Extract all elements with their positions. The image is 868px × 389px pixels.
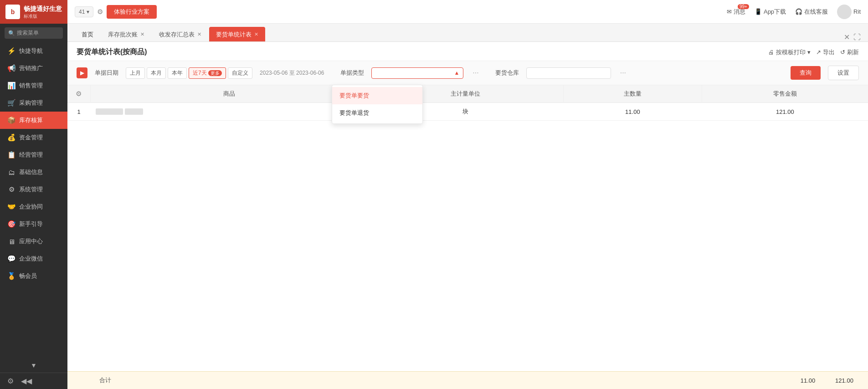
- sidebar-item-marketing[interactable]: 📢 营销推广: [0, 60, 67, 77]
- refresh-icon: ↺: [840, 49, 845, 56]
- page-actions: 🖨 按模板打印 ▾ ↗ 导出 ↺ 刷新: [768, 48, 859, 56]
- sidebar-item-system[interactable]: ⚙ 系统管理: [0, 181, 67, 198]
- product-placeholder-2: [125, 108, 143, 115]
- tab-inventory-batch[interactable]: 库存批次账 ✕: [101, 27, 151, 41]
- sidebar-scroll-down-btn[interactable]: ▼: [0, 358, 67, 373]
- online-service-btn[interactable]: 🎧 在线客服: [795, 8, 828, 16]
- td-index: 1: [67, 103, 90, 121]
- logo-icon: b: [5, 5, 20, 19]
- sidebar-item-purchase[interactable]: 🛒 采购管理: [0, 94, 67, 112]
- tab-home[interactable]: 首页: [75, 27, 100, 41]
- export-icon: ↗: [816, 49, 821, 56]
- collapse-icon[interactable]: ◀◀: [21, 377, 32, 385]
- sidebar-item-member[interactable]: 🏅 畅会员: [0, 267, 67, 285]
- tab-close-icon[interactable]: ✕: [197, 31, 201, 37]
- settings-icon[interactable]: ⚙: [7, 377, 14, 385]
- query-btn[interactable]: 查询: [791, 66, 821, 80]
- footer-quantity: 11.00: [790, 377, 826, 384]
- tab-close-all-icon[interactable]: ✕: [844, 33, 850, 41]
- member-icon: 🏅: [7, 272, 15, 280]
- sidebar-item-wechat[interactable]: 💬 企业微信: [0, 250, 67, 267]
- dropdown-item-return[interactable]: 要货单退货: [332, 104, 422, 122]
- tab-order-stats[interactable]: 要货单统计表 ✕: [209, 27, 265, 41]
- sidebar-bottom: ⚙ ◀◀: [0, 373, 67, 389]
- sidebar-item-inventory[interactable]: 📦 库存核算: [0, 112, 67, 129]
- date-btn-7days[interactable]: 近7天 更多: [189, 67, 226, 79]
- type-select-arrow-icon[interactable]: ▲: [454, 70, 459, 76]
- more-badge: 更多: [208, 70, 222, 76]
- guide-icon: 🎯: [7, 220, 15, 228]
- finance-icon: 💰: [7, 133, 15, 142]
- phone-icon: 📱: [755, 8, 762, 15]
- warehouse-input[interactable]: [526, 67, 611, 79]
- sidebar-search[interactable]: 🔍 搜索菜单: [5, 27, 63, 39]
- td-amount: 121.00: [702, 103, 868, 121]
- sidebar-item-enterprise[interactable]: 🤝 企业协同: [0, 198, 67, 215]
- wechat-icon: 💬: [7, 255, 15, 263]
- page-title: 要货单统计表(按商品): [77, 47, 147, 57]
- table-row: 1 块 11.00 121.00: [67, 103, 868, 121]
- date-btn-custom[interactable]: 自定义: [228, 67, 252, 79]
- date-btn-prev-month[interactable]: 上月: [126, 67, 145, 79]
- logo-text: 畅捷通好生意 标准版: [24, 5, 62, 19]
- filter-more-icon[interactable]: ···: [473, 69, 478, 77]
- footer-label: 合计: [96, 376, 187, 384]
- tab-receive-summary[interactable]: 收发存汇总表 ✕: [152, 27, 208, 41]
- sidebar-item-guide[interactable]: 🎯 新手引导: [0, 215, 67, 233]
- avatar: [837, 5, 852, 19]
- top-bar-left: 41 ▾ ⚙ 体验行业方案: [75, 5, 157, 19]
- export-btn[interactable]: ↗ 导出: [816, 48, 835, 56]
- print-dropdown-icon: ▾: [807, 49, 811, 56]
- basic-icon: 🗂: [7, 168, 15, 176]
- app-center-icon: 🖥: [7, 237, 15, 246]
- date-btn-this-year[interactable]: 本年: [168, 67, 187, 79]
- warehouse-more-icon[interactable]: ···: [620, 69, 626, 77]
- sales-icon: 📊: [7, 82, 15, 90]
- top-bar-right: ✉ 消息 99+ 📱 App下载 🎧 在线客服 Rit: [727, 5, 861, 19]
- td-product: [90, 103, 368, 121]
- print-icon: 🖨: [768, 49, 774, 56]
- sidebar-item-basic[interactable]: 🗂 基础信息: [0, 164, 67, 181]
- warehouse-label: 要货仓库: [495, 69, 519, 77]
- page-header: 要货单统计表(按商品) 🖨 按模板打印 ▾ ↗ 导出 ↺ 刷新: [67, 42, 868, 61]
- quick-nav-icon: ⚡: [7, 47, 15, 55]
- message-badge: 99+: [738, 4, 749, 9]
- th-amount: 零售金额: [702, 85, 868, 103]
- dropdown-item-order[interactable]: 要货单要货: [332, 87, 422, 104]
- user-avatar-area[interactable]: Rit: [837, 5, 861, 19]
- type-dropdown: 要货单要货 要货单退货: [332, 85, 423, 124]
- print-btn[interactable]: 🖨 按模板打印 ▾: [768, 48, 811, 56]
- sidebar: b 畅捷通好生意 标准版 🔍 搜索菜单 ⚡ 快捷导航 📢 营销推广 📊 销售管理…: [0, 0, 67, 389]
- type-select-wrap[interactable]: ▲: [371, 67, 463, 79]
- search-icon: 🔍: [8, 30, 15, 36]
- tab-close-icon[interactable]: ✕: [140, 31, 144, 37]
- th-gear[interactable]: ⚙: [67, 85, 90, 103]
- message-icon: ✉: [727, 8, 732, 15]
- tab-close-icon[interactable]: ✕: [254, 31, 258, 37]
- setting-btn[interactable]: 设置: [828, 66, 859, 80]
- tab-expand: ✕ ⛶: [844, 33, 861, 41]
- sidebar-item-finance[interactable]: 💰 资金管理: [0, 129, 67, 146]
- table-footer: 合计 11.00 121.00: [67, 371, 868, 389]
- version-selector[interactable]: 41 ▾: [75, 6, 93, 17]
- sidebar-item-sales[interactable]: 📊 销售管理: [0, 77, 67, 94]
- gear-icon[interactable]: ⚙: [97, 8, 103, 16]
- footer-amount: 121.00: [826, 377, 863, 384]
- type-input[interactable]: [375, 70, 452, 77]
- industry-btn[interactable]: 体验行业方案: [107, 5, 157, 19]
- chevron-down-icon: ▾: [87, 9, 89, 15]
- sidebar-item-operations[interactable]: 📋 经营管理: [0, 146, 67, 164]
- filter-expand-btn[interactable]: ▶: [77, 67, 87, 78]
- headset-icon: 🎧: [795, 8, 802, 15]
- sidebar-item-quick-nav[interactable]: ⚡ 快捷导航: [0, 42, 67, 60]
- app-download-btn[interactable]: 📱 App下载: [755, 8, 786, 16]
- tab-bar: 首页 库存批次账 ✕ 收发存汇总表 ✕ 要货单统计表 ✕ ✕ ⛶: [67, 24, 868, 42]
- data-table: ⚙ 商品 主计量单位 主数量 零售金额 1: [67, 85, 868, 121]
- gear-col-icon[interactable]: ⚙: [76, 90, 82, 97]
- refresh-btn[interactable]: ↺ 刷新: [840, 48, 859, 56]
- tab-expand-icon[interactable]: ⛶: [853, 33, 861, 41]
- th-product: 商品: [90, 85, 368, 103]
- sidebar-item-app-center[interactable]: 🖥 应用中心: [0, 233, 67, 250]
- date-btn-this-month[interactable]: 本月: [147, 67, 166, 79]
- messages-btn[interactable]: ✉ 消息 99+: [727, 8, 745, 16]
